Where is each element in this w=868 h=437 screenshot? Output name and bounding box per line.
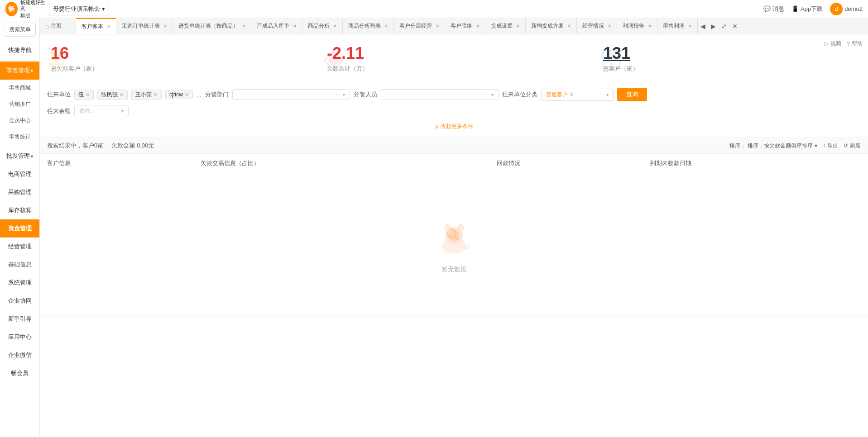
tab-customer-ledger[interactable]: 客户账本 ✕ xyxy=(76,18,116,34)
tab-close-icon-3[interactable]: ✕ xyxy=(242,24,245,28)
tab-operations[interactable]: 经营情况 ✕ xyxy=(577,18,617,34)
home-icon: ⌂ xyxy=(45,23,49,30)
sidebar-item-chang-member[interactable]: 畅会员 xyxy=(0,364,39,382)
query-button[interactable]: 查询 xyxy=(617,88,647,101)
filter-person-select[interactable]: ··· ▾ xyxy=(381,89,499,100)
svg-point-6 xyxy=(457,224,464,232)
filter-more-tags[interactable]: ... xyxy=(197,91,201,98)
col-debt-info: 欠款交易信息（占比） xyxy=(193,154,489,173)
tag-close-unit-type[interactable]: ✕ xyxy=(570,92,574,98)
sidebar-item-ecommerce[interactable]: 电商管理 xyxy=(0,165,39,183)
tag-close-cjttcw[interactable]: ✕ xyxy=(185,92,189,98)
tab-customer-contact[interactable]: 客户联络 ✕ xyxy=(445,18,485,34)
tab-close-icon-9[interactable]: ✕ xyxy=(516,24,520,28)
tab-product-analysis-list[interactable]: 商品分析列表 ✕ xyxy=(343,18,394,34)
tag-close-wang[interactable]: ✕ xyxy=(153,92,158,98)
sidebar-item-enterprise-wechat[interactable]: 企业微信 xyxy=(0,346,39,364)
sidebar-item-purchase[interactable]: 采购管理 xyxy=(0,183,39,201)
filter-tag-wang: 王小亮 ✕ xyxy=(131,90,162,100)
filter-dept-more: ··· xyxy=(335,91,339,98)
video-help-link[interactable]: ▷ 视频 xyxy=(825,40,841,48)
filter-row-remainder: 往来余额 选择... ▾ xyxy=(47,105,861,117)
top-bar: 畅 畅捷通好生意 标版 母婴行业演示帐套 ▾ 💬 消息 📱 App下载 d de… xyxy=(0,0,868,18)
sidebar-item-app-center[interactable]: 应用中心 xyxy=(0,328,39,346)
stat-card-amount: ◈ -2.11 欠款合计（万） xyxy=(316,34,592,82)
sidebar-item-system[interactable]: 系统管理 xyxy=(0,274,39,292)
tab-scroll-left[interactable]: ◀ xyxy=(698,18,708,34)
tab-new-commission-plan[interactable]: 新增提成方案 ✕ xyxy=(526,18,577,34)
tab-close-icon-8[interactable]: ✕ xyxy=(476,24,480,28)
tab-close-icon-4[interactable]: ✕ xyxy=(293,24,297,28)
top-bar-left: 畅 畅捷通好生意 标版 母婴行业演示帐套 ▾ xyxy=(5,0,109,19)
sidebar-item-wholesale-mgmt[interactable]: 批发管理 ▾ xyxy=(0,147,39,165)
collapse-button[interactable]: ∧ 收起更多条件 xyxy=(47,121,861,132)
filter-tag-cjttcw: cjttcw ✕ xyxy=(165,90,193,99)
sidebar-divider-2 xyxy=(0,146,39,146)
tab-close-icon-12[interactable]: ✕ xyxy=(648,24,652,28)
tab-commission-settings[interactable]: 提成设置 ✕ xyxy=(485,18,526,34)
sidebar-item-retail-mall[interactable]: 零售商城 xyxy=(0,80,39,96)
table-empty-row: 暂无数据 xyxy=(40,173,868,316)
sidebar-item-enterprise-collab[interactable]: 企业协同 xyxy=(0,292,39,310)
tab-finished-stock[interactable]: 产成品入库单 ✕ xyxy=(251,18,302,34)
tab-scroll-right[interactable]: ▶ xyxy=(708,18,719,34)
tab-stock-stats-by-product[interactable]: 进货单统计表（按商品） ✕ xyxy=(173,18,251,34)
sidebar-item-quick-nav[interactable]: 快捷导航 xyxy=(0,41,39,59)
tab-close-icon-13[interactable]: ✕ xyxy=(688,24,692,28)
tab-customer-tier[interactable]: 客户分层经营 ✕ xyxy=(394,18,445,34)
help-icon: ? xyxy=(847,41,850,47)
sidebar-item-basic-info[interactable]: 基础信息 xyxy=(0,256,39,274)
filter-unit-type-select[interactable]: 普通客户 ✕ ▾ xyxy=(541,89,614,101)
filter-remainder-select[interactable]: 选择... ▾ xyxy=(74,105,129,117)
filter-dept-select[interactable]: ··· ▾ xyxy=(232,89,350,100)
sidebar-item-retail-stats[interactable]: 零售统计 xyxy=(0,128,39,145)
phone-icon: 📱 xyxy=(791,5,799,12)
message-button[interactable]: 💬 消息 xyxy=(763,5,784,13)
refresh-button[interactable]: ↺ 刷新 xyxy=(844,142,861,150)
sort-select[interactable]: 排序： 排序：按欠款金额倒序排序 ▾ xyxy=(729,142,817,150)
empty-icon-area xyxy=(432,215,477,260)
search-menu-button[interactable]: 搜索菜单 xyxy=(4,23,36,37)
filter-row-unit: 往来单位 伍 ✕ 陈民强 ✕ 王小亮 ✕ cjttcw xyxy=(47,88,861,101)
sidebar: 搜索菜单 快捷导航 零售管理 ▾ 零售商城 营销推广 会员中心 零售统计 批发管… xyxy=(0,18,40,437)
tab-close-icon-2[interactable]: ✕ xyxy=(163,24,167,28)
user-area[interactable]: d demo2 xyxy=(830,3,863,15)
tab-close-icon-6[interactable]: ✕ xyxy=(384,24,388,28)
sidebar-item-marketing[interactable]: 营销推广 xyxy=(0,96,39,112)
logo-text: 畅捷通好生意 标版 xyxy=(20,0,45,19)
tab-close-icon[interactable]: ✕ xyxy=(107,24,110,29)
empty-state: 暂无数据 xyxy=(47,179,861,310)
sidebar-item-inventory[interactable]: 库存核算 xyxy=(0,201,39,219)
sidebar-item-member-center[interactable]: 会员中心 xyxy=(0,112,39,128)
top-bar-right: 💬 消息 📱 App下载 d demo2 xyxy=(763,3,863,15)
tab-home[interactable]: ⌂ 首页 xyxy=(40,18,76,34)
tab-close-icon-5[interactable]: ✕ xyxy=(333,24,337,28)
tab-close-icon-10[interactable]: ✕ xyxy=(567,24,571,28)
table-header: 客户信息 欠款交易信息（占比） 回款情况 到期未收款日期 xyxy=(40,154,868,173)
tab-close-icon-11[interactable]: ✕ xyxy=(608,24,611,28)
tag-close-wu[interactable]: ✕ xyxy=(86,92,90,98)
table-empty-cell: 暂无数据 xyxy=(40,173,868,316)
tab-profit-report[interactable]: 利润报告 ✕ xyxy=(617,18,657,34)
col-customer-info: 客户信息 xyxy=(40,154,193,173)
tag-close-chen[interactable]: ✕ xyxy=(120,92,124,98)
tab-maximize[interactable]: ⤢ xyxy=(719,18,729,34)
filter-remainder-placeholder: 选择... xyxy=(79,107,95,115)
help-link[interactable]: ? 帮助 xyxy=(847,40,863,48)
app-download-button[interactable]: 📱 App下载 xyxy=(791,5,823,13)
chevron-person-icon: ▾ xyxy=(491,92,494,97)
filter-tag-wu: 伍 ✕ xyxy=(74,90,94,100)
sidebar-item-guide[interactable]: 新手引导 xyxy=(0,310,39,328)
sidebar-item-finance[interactable]: 资金管理 xyxy=(0,219,39,238)
sidebar-item-operations[interactable]: 经营管理 xyxy=(0,238,39,256)
tab-close-icon-7[interactable]: ✕ xyxy=(436,24,439,28)
tab-retail-profit[interactable]: 零售利润 ✕ xyxy=(657,18,698,34)
export-button[interactable]: ↑ 导出 xyxy=(823,142,838,150)
tab-product-analysis[interactable]: 商品分析 ✕ xyxy=(302,18,343,34)
main-layout: 搜索菜单 快捷导航 零售管理 ▾ 零售商城 营销推广 会员中心 零售统计 批发管… xyxy=(0,18,868,437)
tab-close-all[interactable]: ✕ xyxy=(729,18,740,34)
enterprise-selector[interactable]: 母婴行业演示帐套 ▾ xyxy=(49,3,109,15)
tab-purchase-order-stats[interactable]: 采购订单统计表 ✕ xyxy=(116,18,173,34)
filter-dept-label: 分管部门 xyxy=(205,90,229,99)
sidebar-item-retail-mgmt[interactable]: 零售管理 ▾ xyxy=(0,62,39,80)
